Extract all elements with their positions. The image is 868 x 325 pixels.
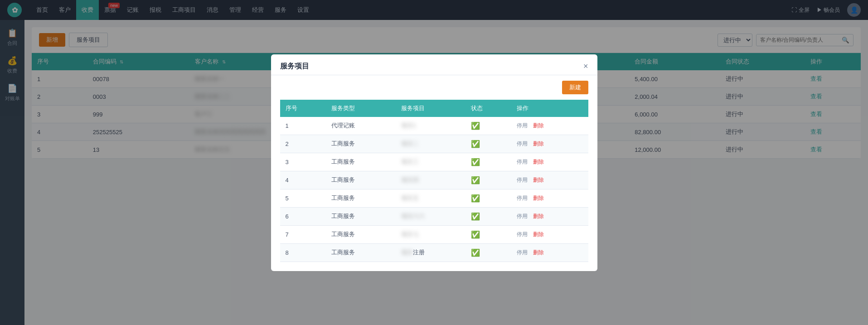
modal-item: 项目二 [396, 135, 466, 153]
active-icon: ✅ [471, 176, 480, 184]
modal-ops: 停用 删除 [511, 153, 588, 171]
modal-ops: 停用 删除 [511, 243, 588, 262]
disable-button[interactable]: 停用 [517, 249, 528, 257]
modal-seq: 6 [280, 207, 326, 225]
active-icon: ✅ [471, 249, 480, 257]
modal-seq: 1 [280, 117, 326, 135]
disable-button[interactable]: 停用 [517, 213, 528, 220]
modal-ops: 停用 删除 [511, 171, 588, 189]
modal-status: ✅ [466, 153, 511, 171]
modal-overlay[interactable]: 服务项目 × 新建 序号 服务类型 服务项目 状态 操作 [0, 0, 868, 325]
modal-close-button[interactable]: × [583, 62, 588, 71]
active-icon: ✅ [471, 213, 480, 220]
list-item: 1 代理记账 项目1 ✅ 停用 删除 [280, 117, 588, 135]
disable-button[interactable]: 停用 [517, 194, 528, 202]
modal-toolbar: 新建 [271, 75, 597, 100]
modal-status: ✅ [466, 171, 511, 189]
modal-item: 项目四 [396, 171, 466, 189]
modal-status: ✅ [466, 189, 511, 207]
modal-status: ✅ [466, 117, 511, 135]
modal-type: 工商服务 [326, 171, 396, 189]
modal-item: 项目注册 [396, 243, 466, 262]
modal-table-wrap: 序号 服务类型 服务项目 状态 操作 1 代理记账 项目1 ✅ 停用 [271, 100, 597, 271]
modal-service-table: 序号 服务类型 服务项目 状态 操作 1 代理记账 项目1 ✅ 停用 [280, 100, 588, 262]
delete-button[interactable]: 删除 [533, 122, 544, 130]
list-item: 3 工商服务 项目三 ✅ 停用 删除 [280, 153, 588, 171]
active-icon: ✅ [471, 158, 480, 166]
modal-seq: 2 [280, 135, 326, 153]
modal-type: 工商服务 [326, 189, 396, 207]
active-icon: ✅ [471, 231, 480, 238]
list-item: 5 工商服务 项目五 ✅ 停用 删除 [280, 189, 588, 207]
modal-type: 工商服务 [326, 135, 396, 153]
list-item: 7 工商服务 项目七 ✅ 停用 删除 [280, 225, 588, 243]
delete-button[interactable]: 删除 [533, 176, 544, 184]
modal-col-status: 状态 [466, 100, 511, 117]
active-icon: ✅ [471, 194, 480, 202]
modal-type: 工商服务 [326, 207, 396, 225]
modal-type: 工商服务 [326, 153, 396, 171]
delete-button[interactable]: 删除 [533, 140, 544, 148]
modal-table-body: 1 代理记账 项目1 ✅ 停用 删除 2 工商服务 项目二 ✅ [280, 117, 588, 262]
modal-ops: 停用 删除 [511, 117, 588, 135]
modal-col-action: 操作 [511, 100, 588, 117]
modal-seq: 3 [280, 153, 326, 171]
modal-table-header: 序号 服务类型 服务项目 状态 操作 [280, 100, 588, 117]
delete-button[interactable]: 删除 [533, 249, 544, 257]
modal-ops: 停用 删除 [511, 207, 588, 225]
modal-item: 项目七 [396, 225, 466, 243]
modal-item: 项目1 [396, 117, 466, 135]
disable-button[interactable]: 停用 [517, 231, 528, 238]
modal-ops: 停用 删除 [511, 135, 588, 153]
modal-status: ✅ [466, 225, 511, 243]
delete-button[interactable]: 删除 [533, 194, 544, 202]
modal-item: 项目五 [396, 189, 466, 207]
modal-seq: 7 [280, 225, 326, 243]
list-item: 2 工商服务 项目二 ✅ 停用 删除 [280, 135, 588, 153]
delete-button[interactable]: 删除 [533, 158, 544, 166]
modal-type: 工商服务 [326, 225, 396, 243]
modal-col-type: 服务类型 [326, 100, 396, 117]
modal-status: ✅ [466, 135, 511, 153]
modal-ops: 停用 删除 [511, 189, 588, 207]
modal-col-item: 服务项目 [396, 100, 466, 117]
delete-button[interactable]: 删除 [533, 213, 544, 220]
list-item: 4 工商服务 项目四 ✅ 停用 删除 [280, 171, 588, 189]
active-icon: ✅ [471, 122, 480, 130]
disable-button[interactable]: 停用 [517, 140, 528, 148]
modal-type: 代理记账 [326, 117, 396, 135]
modal-type: 工商服务 [326, 243, 396, 262]
active-icon: ✅ [471, 140, 480, 148]
modal-col-seq: 序号 [280, 100, 326, 117]
disable-button[interactable]: 停用 [517, 122, 528, 130]
modal-item: 项目六六 [396, 207, 466, 225]
modal-ops: 停用 删除 [511, 225, 588, 243]
modal-status: ✅ [466, 207, 511, 225]
modal-seq: 8 [280, 243, 326, 262]
modal-seq: 5 [280, 189, 326, 207]
modal-title: 服务项目 [280, 62, 309, 71]
modal-item: 项目三 [396, 153, 466, 171]
disable-button[interactable]: 停用 [517, 158, 528, 166]
list-item: 6 工商服务 项目六六 ✅ 停用 删除 [280, 207, 588, 225]
service-item-modal: 服务项目 × 新建 序号 服务类型 服务项目 状态 操作 [271, 54, 597, 271]
modal-header: 服务项目 × [271, 54, 597, 75]
delete-button[interactable]: 删除 [533, 231, 544, 238]
modal-new-button[interactable]: 新建 [562, 81, 588, 94]
modal-seq: 4 [280, 171, 326, 189]
list-item: 8 工商服务 项目注册 ✅ 停用 删除 [280, 243, 588, 262]
disable-button[interactable]: 停用 [517, 176, 528, 184]
modal-status: ✅ [466, 243, 511, 262]
